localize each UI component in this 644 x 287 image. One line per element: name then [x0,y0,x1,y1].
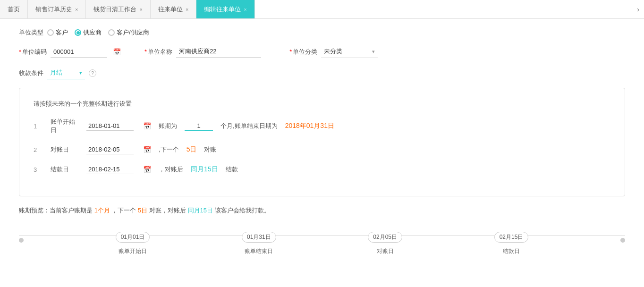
unit-type-group: 单位类型 客户 供应商 客户/供应商 [19,28,149,37]
row3-suffix: ，对账后 [159,165,183,174]
payment-terms-group: 收款条件 月结 ▾ ? [19,67,96,79]
unit-type-row: 单位类型 客户 供应商 客户/供应商 [19,28,625,37]
payment-date-input[interactable] [86,165,134,174]
tab-home-label: 首页 [8,5,20,14]
radio-supplier-label: 供应商 [83,28,102,37]
chevron-down-icon: ▾ [372,49,375,55]
payment-terms-select[interactable]: 月结 ▾ [47,67,85,79]
radio-both[interactable]: 客户/供应商 [108,28,149,37]
unit-name-label: *单位名称 [144,48,172,56]
tab-bar: 首页 销售订单历史 × 钱货日清工作台 × 往来单位 × 编辑往来单位 × › [0,0,644,19]
radio-both-label: 客户/供应商 [117,28,149,37]
radio-customer-label: 客户 [56,28,68,37]
unit-code-label: *单位编码 [19,48,47,56]
unit-type-radio-group: 客户 供应商 客户/供应商 [47,28,149,37]
tab-sales-history[interactable]: 销售订单历史 × [28,0,86,18]
timeline-node-2: 02月05日 对账日 [368,232,402,255]
unit-category-value: 未分类 [324,47,370,56]
unit-name-input[interactable] [176,46,261,58]
calendar-icon[interactable]: 📅 [113,48,121,56]
close-icon[interactable]: × [139,7,142,12]
unit-code-group: *单位编码 📅 [19,46,121,58]
row1-suffix-before: 账期为 [159,122,177,130]
timeline-node-3: 02月15日 结款日 [494,232,529,255]
timeline: 01月01日 账单开始日 01月31日 账单结束日 02月05日 对账日 02月… [19,227,625,255]
row2-suffix: ,下一个 [159,145,179,154]
radio-supplier[interactable]: 供应商 [75,28,102,37]
code-name-row: *单位编码 📅 *单位名称 *单位分类 未分类 ▾ [19,45,625,58]
unit-category-label: *单位分类 [289,48,317,56]
preview-part2: 5日 [138,207,147,214]
start-date-input[interactable] [86,121,134,131]
calendar-icon-2[interactable]: 📅 [143,146,151,153]
row-label-1: 账单开始日 [51,118,79,135]
timeline-label-3: 结款日 [503,247,520,255]
preview-part3: 同月15日 [188,207,213,214]
row-num-1: 1 [34,123,43,130]
timeline-badge-1: 01月31日 [242,232,276,243]
row-num-2: 2 [34,146,43,153]
timeline-node-1: 01月31日 账单结束日 [242,232,276,255]
radio-circle-both [108,29,115,36]
radio-circle-supplier [75,29,81,36]
radio-circle-customer [47,29,54,36]
calendar-icon-1[interactable]: 📅 [143,122,151,130]
payment-terms-value: 月结 [50,68,77,77]
card-title: 请按照未来的一个完整帐期进行设置 [34,100,610,108]
preview-prefix: 账期预览：当前客户账期是 [19,207,93,214]
timeline-badge-2: 02月05日 [368,232,402,243]
row-label-2: 对账日 [51,145,79,154]
radio-customer[interactable]: 客户 [47,28,68,37]
setting-row-2: 2 对账日 📅 ,下一个 5日 对账 [34,145,610,154]
timeline-badge-3: 02月15日 [494,232,529,243]
tab-sales-history-label: 销售订单历史 [35,5,72,14]
timeline-label-1: 账单结束日 [245,247,273,255]
period-input[interactable] [185,121,213,131]
payment-terms-row: 收款条件 月结 ▾ ? [19,67,625,79]
row1-end-date: 2018年01月31日 [285,122,334,130]
question-icon[interactable]: ? [89,69,96,77]
row-label-3: 结款日 [51,165,79,174]
preview-suffix: 该客户会给我打款。 [215,207,270,214]
preview-mid2: 对账，对账后 [149,207,186,214]
calendar-icon-3[interactable]: 📅 [143,166,151,173]
timeline-label-2: 对账日 [377,247,394,255]
timeline-node-0: 01月01日 账单开始日 [116,232,150,255]
preview-mid1: ，下一个 [111,207,136,214]
timeline-dot-start [19,238,24,243]
timeline-dot-end [620,238,625,243]
row3-suffix-end: 结款 [226,165,238,174]
row2-highlight: 5日 [186,145,197,154]
close-icon[interactable]: × [244,7,246,12]
tab-edit-counterparty-label: 编辑往来单位 [204,5,241,14]
timeline-badge-0: 01月01日 [116,232,150,243]
row3-highlight: 同月15日 [191,165,218,174]
unit-name-group: *单位名称 [144,46,261,58]
tab-counterparty-label: 往来单位 [158,5,183,14]
tab-cashflow-label: 钱货日清工作台 [93,5,136,14]
close-icon[interactable]: × [186,7,188,12]
setting-row-3: 3 结款日 📅 ，对账后 同月15日 结款 [34,165,610,174]
tab-counterparty[interactable]: 往来单位 × [151,0,196,18]
reconcile-date-input[interactable] [86,145,134,154]
row1-suffix-after: 个月,账单结束日期为 [220,122,278,130]
unit-category-select[interactable]: 未分类 ▾ [321,45,378,58]
preview-text: 账期预览：当前客户账期是 1个月 ，下一个 5日 对账，对账后 同月15日 该客… [19,206,625,216]
timeline-items: 01月01日 账单开始日 01月31日 账单结束日 02月05日 对账日 02月… [19,232,625,255]
tab-cashflow[interactable]: 钱货日清工作台 × [86,0,150,18]
tab-home[interactable]: 首页 [0,0,28,18]
setting-row-1: 1 账单开始日 📅 账期为 个月,账单结束日期为 2018年01月31日 [34,118,610,135]
row-num-3: 3 [34,166,43,173]
row2-suffix-end: 对账 [204,145,216,154]
chevron-down-icon: ▾ [79,70,82,76]
main-content: 单位类型 客户 供应商 客户/供应商 *单位编码 [0,19,644,287]
unit-type-label: 单位类型 [19,28,43,37]
unit-category-group: *单位分类 未分类 ▾ [289,45,378,58]
unit-code-input[interactable] [51,46,107,58]
tab-more-button[interactable]: › [632,0,644,18]
timeline-label-0: 账单开始日 [119,247,147,255]
preview-part1: 1个月 [94,207,110,214]
tab-edit-counterparty[interactable]: 编辑往来单位 × [196,0,254,18]
payment-terms-label: 收款条件 [19,69,43,77]
close-icon[interactable]: × [75,7,78,12]
